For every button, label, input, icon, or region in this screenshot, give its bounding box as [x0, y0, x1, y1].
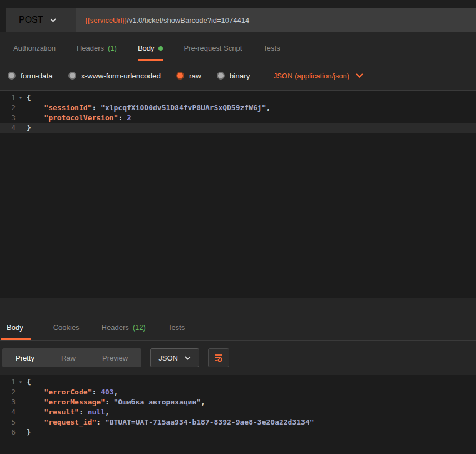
url-input[interactable]: {{serviceUrl}}/v1.0/ticket/showBarcode?i…	[76, 8, 476, 32]
radio-icon	[8, 72, 16, 80]
response-headers-count-badge: (12)	[133, 323, 146, 332]
fold-spacer	[16, 427, 26, 437]
line-number: 6	[0, 427, 16, 437]
code-line: 3 "protocolVersion": 2	[0, 113, 476, 123]
wrap-text-icon	[214, 353, 224, 363]
tab-label: Body	[7, 323, 23, 332]
headers-count-badge: (1)	[108, 44, 117, 52]
tab-label: Headers	[77, 44, 104, 52]
content-type-dropdown[interactable]: JSON (application/json)	[274, 72, 364, 80]
button-label: Pretty	[16, 354, 34, 362]
url-path: /v1.0/ticket/showBarcode?id=1074414	[127, 16, 249, 24]
code-text: "errorMessage": "Ошибка авторизации",	[26, 397, 205, 407]
response-tabs: Body Cookies Headers (12) Tests	[0, 315, 476, 340]
fold-spacer	[16, 123, 26, 133]
body-active-dot-icon	[158, 46, 163, 51]
tab-headers[interactable]: Headers (1)	[77, 36, 117, 61]
button-label: Preview	[102, 354, 128, 362]
code-line: 4}	[0, 123, 476, 133]
button-label: Raw	[61, 354, 76, 362]
text-cursor	[32, 124, 32, 131]
tab-label: Body	[138, 44, 155, 52]
format-label: JSON	[158, 354, 178, 362]
content-type-label: JSON (application/json)	[274, 72, 350, 80]
code-text: "errorCode": 403,	[26, 387, 118, 397]
request-header-area: POST {{serviceUrl}}/v1.0/ticket/showBarc…	[0, 0, 476, 32]
preview-button[interactable]: Preview	[89, 348, 141, 367]
radio-label: raw	[189, 72, 201, 80]
chevron-down-icon	[185, 356, 191, 360]
code-text: "result": null,	[26, 407, 110, 417]
request-url-bar: POST {{serviceUrl}}/v1.0/ticket/showBarc…	[6, 8, 476, 32]
code-line: 2 "sessionId": "xlpcqfXiOD0dv51D84fvP8UA…	[0, 103, 476, 113]
fold-spacer	[16, 387, 26, 397]
request-body-editor[interactable]: 1▾{2 "sessionId": "xlpcqfXiOD0dv51D84fvP…	[0, 91, 476, 298]
pretty-button[interactable]: Pretty	[2, 348, 48, 367]
url-variable: {{serviceUrl}}	[85, 16, 127, 24]
tab-label: Pre-request Script	[184, 44, 242, 52]
code-text: "sessionId": "xlpcqfXiOD0dv51D84fvP8UArS…	[26, 103, 270, 113]
body-type-row: form-data x-www-form-urlencoded raw bina…	[0, 61, 476, 91]
radio-x-www-form-urlencoded[interactable]: x-www-form-urlencoded	[68, 72, 161, 80]
line-number: 2	[0, 387, 16, 397]
raw-button[interactable]: Raw	[48, 348, 89, 367]
tab-authorization[interactable]: Authorization	[13, 36, 56, 61]
method-label: POST	[19, 15, 43, 25]
method-dropdown[interactable]: POST	[6, 8, 76, 32]
response-body-editor[interactable]: 1▾{2 "errorCode": 403,3 "errorMessage": …	[0, 375, 476, 454]
tab-response-headers[interactable]: Headers (12)	[102, 315, 146, 340]
response-format-dropdown[interactable]: JSON	[150, 348, 199, 367]
code-line: 1▾{	[0, 377, 476, 387]
line-number: 3	[0, 113, 16, 123]
code-line: 6}	[0, 427, 476, 437]
response-view-switch: Pretty Raw Preview	[2, 348, 141, 367]
radio-form-data[interactable]: form-data	[8, 72, 53, 80]
code-line: 5 "request_id": "BTUAT=UAT-715aa934-b187…	[0, 417, 476, 427]
fold-caret-icon[interactable]: ▾	[16, 93, 26, 103]
wrap-text-button[interactable]	[208, 348, 229, 367]
request-tabs: Authorization Headers (1) Body Pre-reque…	[0, 36, 476, 61]
radio-selected-icon	[176, 72, 184, 80]
line-number: 1	[0, 93, 16, 103]
tab-pre-request-script[interactable]: Pre-request Script	[184, 36, 242, 61]
tab-label: Authorization	[13, 44, 56, 52]
chevron-down-icon	[356, 73, 363, 78]
code-text: "request_id": "BTUAT=UAT-715aa934-b187-8…	[26, 417, 314, 427]
line-number: 1	[0, 377, 16, 387]
tab-body[interactable]: Body	[138, 36, 163, 61]
line-number: 4	[0, 407, 16, 417]
tab-response-tests[interactable]: Tests	[168, 315, 185, 340]
code-text: "protocolVersion": 2	[26, 113, 131, 123]
tab-label: Headers	[102, 323, 129, 332]
tab-label: Tests	[263, 44, 280, 52]
radio-label: x-www-form-urlencoded	[81, 72, 161, 80]
tab-tests[interactable]: Tests	[263, 36, 280, 61]
line-number: 2	[0, 103, 16, 113]
code-line: 1▾{	[0, 93, 476, 103]
radio-label: form-data	[21, 72, 53, 80]
code-text: {	[26, 93, 31, 103]
code-text: {	[26, 377, 31, 387]
response-toolbar: Pretty Raw Preview JSON	[2, 348, 476, 368]
radio-raw[interactable]: raw	[176, 72, 201, 80]
line-number: 4	[0, 123, 16, 133]
fold-spacer	[16, 407, 26, 417]
tab-response-body[interactable]: Body	[1, 315, 31, 340]
fold-spacer	[16, 397, 26, 407]
code-text: }	[26, 427, 31, 437]
code-line: 4 "result": null,	[0, 407, 476, 417]
radio-binary[interactable]: binary	[217, 72, 250, 80]
chevron-down-icon	[50, 18, 56, 22]
code-line: 2 "errorCode": 403,	[0, 387, 476, 397]
radio-icon	[68, 72, 76, 80]
radio-icon	[217, 72, 225, 80]
fold-caret-icon[interactable]: ▾	[16, 377, 26, 387]
tab-label: Tests	[168, 323, 185, 332]
code-text: }	[26, 123, 32, 133]
fold-spacer	[16, 417, 26, 427]
radio-label: binary	[230, 72, 250, 80]
line-number: 5	[0, 417, 16, 427]
line-number: 3	[0, 397, 16, 407]
tab-response-cookies[interactable]: Cookies	[53, 315, 80, 340]
fold-spacer	[16, 103, 26, 113]
